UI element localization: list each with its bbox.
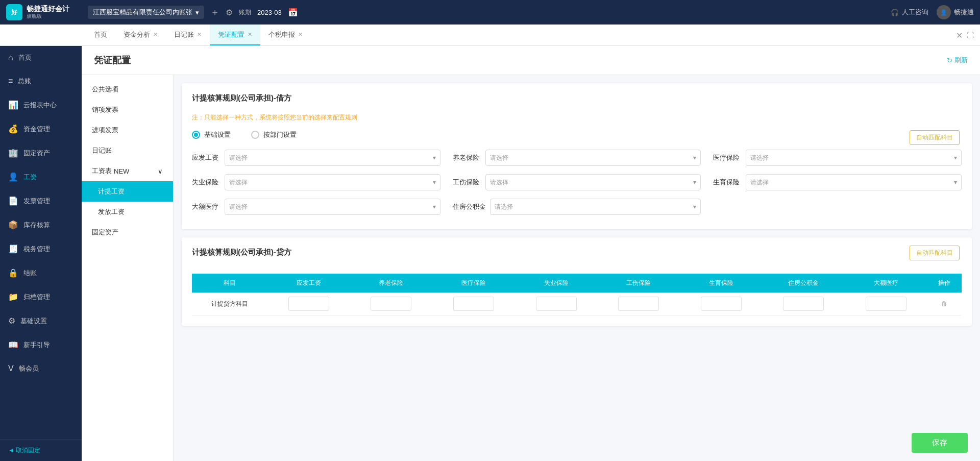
tab-tax[interactable]: 个税申报 ✕	[260, 25, 311, 45]
sidebar-unpin[interactable]: ◄ 取消固定	[0, 440, 82, 461]
close-icon[interactable]: ✕	[956, 30, 963, 40]
credit-row-maternity	[680, 293, 763, 316]
pension-select[interactable]: 请选择 ▾	[485, 150, 701, 166]
app-name: 畅捷通好会计	[27, 5, 69, 13]
sidebar: ⌂ 首页 ≡ 总账 📊 云报表中心 💰 资金管理 🏢 固定资产 👤 工资 📄 发…	[0, 46, 82, 461]
service-area[interactable]: 🎧 人工咨询	[891, 8, 928, 17]
sidebar-item-ledger[interactable]: ≡ 总账	[0, 69, 82, 93]
sub-sidebar-journal[interactable]: 日记账	[82, 140, 173, 161]
credit-wage-input[interactable]	[288, 297, 329, 311]
tab-voucher-config[interactable]: 凭证配置 ✕	[210, 25, 260, 45]
sidebar-item-assets[interactable]: 🏢 固定资产	[0, 141, 82, 165]
credit-pension-input[interactable]	[371, 297, 411, 311]
tab-journal[interactable]: 日记账 ✕	[166, 25, 210, 45]
radio-basic[interactable]: 基础设置	[192, 130, 231, 139]
sub-sidebar-wage-table[interactable]: 工资表 NEW ∨	[82, 161, 173, 181]
sidebar-item-close[interactable]: 🔒 结账	[0, 261, 82, 285]
wage-select[interactable]: 请选择 ▾	[225, 150, 440, 166]
expand-icon[interactable]: ⛶	[967, 31, 974, 39]
sidebar-item-home[interactable]: ⌂ 首页	[0, 46, 82, 69]
sidebar-item-archive[interactable]: 📁 归档管理	[0, 285, 82, 309]
sidebar-item-settings[interactable]: ⚙ 基础设置	[0, 309, 82, 333]
tab-finance-close[interactable]: ✕	[153, 31, 158, 38]
sub-sidebar-fixed-assets-label: 固定资产	[92, 228, 118, 237]
refresh-button[interactable]: ↻ 刷新	[947, 56, 968, 65]
vip-icon: V	[8, 364, 14, 373]
th-injury: 工伤保险	[597, 274, 680, 293]
user-area[interactable]: 👤 畅捷通	[937, 5, 974, 19]
form-item-unemployment: 失业保险 请选择 ▾	[192, 174, 440, 190]
delete-icon[interactable]: 🗑	[941, 300, 947, 307]
main-layout: ⌂ 首页 ≡ 总账 📊 云报表中心 💰 资金管理 🏢 固定资产 👤 工资 📄 发…	[0, 46, 980, 461]
sub-sidebar-pay-wage[interactable]: 发放工资	[82, 202, 173, 222]
tab-finance-label: 资金分析	[124, 30, 150, 39]
sidebar-item-inventory[interactable]: 📦 库存核算	[0, 213, 82, 237]
reports-icon: 📊	[8, 100, 18, 110]
tab-home[interactable]: 首页	[86, 25, 115, 45]
th-housing: 住房公积金	[762, 274, 845, 293]
debit-form-grid: 应发工资 请选择 ▾ 养老保险 请选择 ▾	[192, 150, 962, 215]
credit-unemployment-input[interactable]	[536, 297, 577, 311]
company-selector[interactable]: 江西服宝精品有限责任公司内账张 ▾	[88, 6, 204, 19]
sidebar-item-invoice[interactable]: 📄 发票管理	[0, 189, 82, 213]
sub-sidebar-purchase-invoice[interactable]: 进项发票	[82, 120, 173, 140]
settings-icon[interactable]: ⚙	[226, 8, 233, 17]
injury-select[interactable]: 请选择 ▾	[485, 174, 701, 190]
sub-sidebar-sales-invoice-label: 销项发票	[92, 105, 118, 114]
housing-select[interactable]: 请选择 ▾	[490, 199, 701, 215]
wage-placeholder: 请选择	[229, 154, 248, 162]
sub-sidebar-accrue-wage[interactable]: 计提工资	[82, 181, 173, 202]
sidebar-fund-label: 资金管理	[23, 125, 50, 134]
credit-medical-input[interactable]	[453, 297, 494, 311]
unemployment-select[interactable]: 请选择 ▾	[225, 174, 440, 190]
th-maternity: 生育保险	[680, 274, 763, 293]
credit-panel-header: 计提核算规则(公司承担)-贷方	[192, 248, 962, 268]
credit-major-medical-input[interactable]	[866, 297, 906, 311]
sidebar-item-tax[interactable]: 🧾 税务管理	[0, 237, 82, 261]
calendar-icon[interactable]: 📅	[288, 8, 298, 17]
page-title: 凭证配置	[94, 54, 131, 66]
maternity-chevron-icon: ▾	[954, 179, 957, 186]
tab-journal-close[interactable]: ✕	[197, 31, 202, 38]
tab-tax-close[interactable]: ✕	[298, 31, 303, 38]
company-name: 江西服宝精品有限责任公司内账张	[93, 8, 192, 17]
sub-sidebar-fixed-assets[interactable]: 固定资产	[82, 222, 173, 242]
major-medical-select[interactable]: 请选择 ▾	[225, 199, 440, 215]
sidebar-item-reports[interactable]: 📊 云报表中心	[0, 93, 82, 117]
sub-sidebar-sales-invoice[interactable]: 销项发票	[82, 100, 173, 120]
settings-sidebar-icon: ⚙	[8, 316, 15, 326]
credit-housing-input[interactable]	[783, 297, 824, 311]
refresh-label: 刷新	[954, 56, 968, 65]
close-period-icon: 🔒	[8, 268, 18, 278]
credit-injury-input[interactable]	[618, 297, 659, 311]
unemployment-placeholder: 请选择	[229, 178, 248, 187]
credit-maternity-input[interactable]	[701, 297, 742, 311]
radio-department[interactable]: 按部门设置	[251, 130, 297, 139]
radio-basic-label: 基础设置	[204, 130, 231, 139]
sidebar-item-guide[interactable]: 📖 新手引导	[0, 333, 82, 357]
sidebar-item-payroll[interactable]: 👤 工资	[0, 165, 82, 189]
tab-finance[interactable]: 资金分析 ✕	[115, 25, 166, 45]
medical-select[interactable]: 请选择 ▾	[746, 150, 962, 166]
ledger-icon: ≡	[8, 77, 13, 86]
th-unemployment: 失业保险	[515, 274, 598, 293]
maternity-select[interactable]: 请选择 ▾	[746, 174, 962, 190]
sidebar-unpin-label: ◄ 取消固定	[8, 446, 40, 455]
credit-auto-match-button[interactable]: 自动匹配科目	[910, 246, 960, 260]
unemployment-chevron-icon: ▾	[433, 179, 436, 186]
major-medical-chevron-icon: ▾	[433, 203, 436, 210]
th-major-medical: 大额医疗	[845, 274, 927, 293]
credit-row-wage	[267, 293, 350, 316]
expand-chevron-icon: ∨	[158, 167, 163, 175]
debit-panel: 计提核算规则(公司承担)-借方 注：只能选择一种方式，系统将按照您当前的选择来配…	[182, 83, 972, 229]
save-button[interactable]: 保存	[912, 433, 968, 453]
sidebar-item-fund[interactable]: 💰 资金管理	[0, 117, 82, 141]
add-account-icon[interactable]: ＋	[210, 6, 219, 18]
sub-sidebar-public[interactable]: 公共选项	[82, 79, 173, 100]
debit-auto-match-button[interactable]: 自动匹配科目	[910, 130, 960, 145]
sidebar-item-vip[interactable]: V 畅会员	[0, 357, 82, 380]
app-edition: 旗舰版	[27, 13, 69, 20]
tab-voucher-config-close[interactable]: ✕	[248, 31, 252, 38]
credit-table: 科目 应发工资 养老保险 医疗保险 失业保险 工伤保险 生育保险 住房公积金 大…	[192, 274, 962, 316]
logo-area: 好 畅捷通好会计 旗舰版	[6, 4, 88, 20]
